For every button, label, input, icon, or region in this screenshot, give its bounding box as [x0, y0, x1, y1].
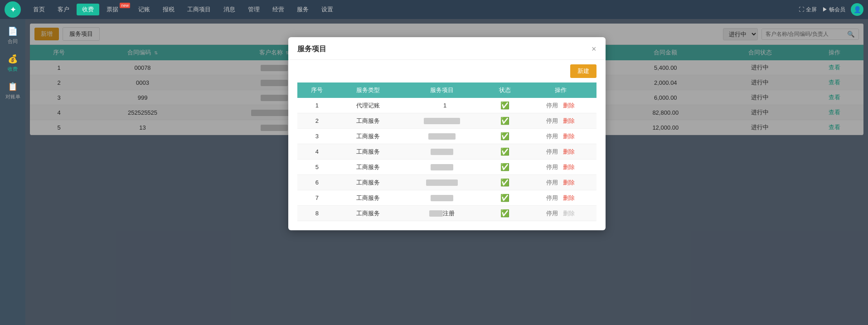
modal-header: 服务项目 ×: [288, 37, 606, 60]
fullscreen-btn[interactable]: ⛶ 全屏: [799, 6, 816, 14]
delete-button[interactable]: 删除: [563, 194, 575, 201]
stop-button[interactable]: 停用: [546, 210, 558, 217]
modal-col-status: 状态: [485, 82, 525, 98]
delete-button[interactable]: 删除: [563, 117, 575, 124]
list-item: 3 工商服务 ███ ✅ 停用 删除: [297, 129, 596, 144]
sidebar-item-contract[interactable]: 📄 合同: [1, 23, 24, 49]
sidebar-item-reconcile-label: 对账单: [5, 93, 20, 100]
modal-row-type: 工商服务: [337, 144, 399, 160]
delete-button[interactable]: 删除: [563, 133, 575, 140]
stop-button[interactable]: 停用: [546, 194, 558, 201]
modal-row-item: █注册: [399, 206, 485, 221]
sidebar: 📄 合同 💰 收费 📋 对账单: [0, 19, 25, 325]
nav-fees[interactable]: 收费: [77, 4, 99, 15]
modal-row-index: 2: [297, 113, 337, 129]
nav-bookkeeping[interactable]: 记账: [133, 4, 155, 15]
modal-row-item: 1: [399, 98, 485, 113]
nav-operation[interactable]: 经营: [267, 4, 290, 15]
modal-col-action: 操作: [525, 82, 596, 98]
delete-button[interactable]: 删除: [563, 148, 575, 155]
stop-button[interactable]: 停用: [546, 148, 558, 155]
stop-button[interactable]: 停用: [546, 102, 558, 109]
list-item: 7 工商服务 ██ ✅ 停用 删除: [297, 190, 596, 206]
sidebar-item-contract-label: 合同: [8, 38, 18, 45]
stop-button[interactable]: 停用: [546, 133, 558, 140]
modal-row-index: 8: [297, 206, 337, 221]
modal-row-status: ✅: [485, 190, 525, 206]
modal-close-button[interactable]: ×: [592, 44, 596, 54]
modal-row-item: ██: [399, 160, 485, 175]
nav-manage[interactable]: 管理: [242, 4, 265, 15]
modal-row-item: ██: [399, 144, 485, 160]
modal-row-status: ✅: [485, 160, 525, 175]
new-badge: new: [120, 3, 130, 8]
modal-overlay: 服务项目 × 新建 序号 服务类型 服务项目 状态: [25, 19, 868, 325]
modal-row-actions: 停用 删除: [525, 144, 596, 160]
modal-row-type: 代理记账: [337, 98, 399, 113]
modal-row-type: 工商服务: [337, 206, 399, 221]
delete-button[interactable]: 删除: [563, 102, 575, 109]
contract-icon: 📄: [8, 26, 18, 36]
stop-button[interactable]: 停用: [546, 117, 558, 124]
delete-button[interactable]: 删除: [563, 164, 575, 170]
fees-icon: 💰: [8, 54, 18, 64]
modal-row-actions: 停用 删除: [525, 190, 596, 206]
nav-message[interactable]: 消息: [218, 4, 241, 15]
modal-row-index: 1: [297, 98, 337, 113]
modal-row-actions: 停用 删除: [525, 206, 596, 221]
stop-button[interactable]: 停用: [546, 164, 558, 170]
modal-row-index: 6: [297, 175, 337, 190]
vip-btn[interactable]: ▶ 畅会员: [822, 6, 845, 14]
modal-row-type: 工商服务: [337, 175, 399, 190]
list-item: 2 工商服务 ████ ✅ 停用 删除: [297, 113, 596, 129]
list-item: 8 工商服务 █注册 ✅ 停用 删除: [297, 206, 596, 221]
modal-row-item: ██: [399, 190, 485, 206]
sidebar-item-fees[interactable]: 💰 收费: [1, 50, 24, 76]
modal-row-status: ✅: [485, 144, 525, 160]
modal-title: 服务项目: [297, 44, 326, 54]
modal-row-type: 工商服务: [337, 190, 399, 206]
modal-row-actions: 停用 删除: [525, 175, 596, 190]
modal-row-index: 7: [297, 190, 337, 206]
app-logo: ✦: [5, 1, 21, 18]
nav-invoice[interactable]: 票据 new: [101, 4, 131, 15]
modal-row-type: 工商服务: [337, 160, 399, 175]
modal-toolbar: 新建: [297, 64, 596, 78]
modal-row-status: ✅: [485, 129, 525, 144]
modal-row-type: 工商服务: [337, 129, 399, 144]
modal-col-item: 服务项目: [399, 82, 485, 98]
modal-col-index: 序号: [297, 82, 337, 98]
nav-commerce[interactable]: 工商项目: [182, 4, 216, 15]
modal-row-actions: 停用 删除: [525, 98, 596, 113]
nav-service[interactable]: 服务: [291, 4, 314, 15]
nav-customer[interactable]: 客户: [52, 4, 75, 15]
nav-tax[interactable]: 报税: [157, 4, 180, 15]
modal-row-status: ✅: [485, 206, 525, 221]
modal-row-status: ✅: [485, 175, 525, 190]
list-item: 1 代理记账 1 ✅ 停用 删除: [297, 98, 596, 113]
delete-button[interactable]: 删除: [563, 179, 575, 186]
modal-row-actions: 停用 删除: [525, 160, 596, 175]
list-item: 4 工商服务 ██ ✅ 停用 删除: [297, 144, 596, 160]
modal-row-item: ███: [399, 129, 485, 144]
nav-settings[interactable]: 设置: [316, 4, 339, 15]
service-modal: 服务项目 × 新建 序号 服务类型 服务项目 状态: [288, 37, 606, 230]
nav-home[interactable]: 首页: [28, 4, 50, 15]
avatar[interactable]: 👤: [851, 3, 863, 16]
modal-row-status: ✅: [485, 98, 525, 113]
modal-row-actions: 停用 删除: [525, 129, 596, 144]
nav-right: ⛶ 全屏 ▶ 畅会员 👤: [799, 3, 863, 16]
modal-new-button[interactable]: 新建: [570, 64, 596, 78]
main-layout: 📄 合同 💰 收费 📋 对账单 新增 服务项目 进行中 已终止 全部: [0, 19, 868, 325]
list-item: 5 工商服务 ██ ✅ 停用 删除: [297, 160, 596, 175]
sidebar-item-reconcile[interactable]: 📋 对账单: [1, 78, 24, 104]
top-nav: ✦ 首页 客户 收费 票据 new 记账 报税 工商项目 消息 管理 经营 服务…: [0, 0, 868, 19]
modal-col-type: 服务类型: [337, 82, 399, 98]
stop-button[interactable]: 停用: [546, 179, 558, 186]
modal-body: 新建 序号 服务类型 服务项目 状态 操作: [288, 60, 606, 230]
delete-button: 删除: [563, 210, 575, 217]
modal-row-index: 3: [297, 129, 337, 144]
modal-row-actions: 停用 删除: [525, 113, 596, 129]
reconcile-icon: 📋: [8, 82, 18, 92]
modal-row-type: 工商服务: [337, 113, 399, 129]
